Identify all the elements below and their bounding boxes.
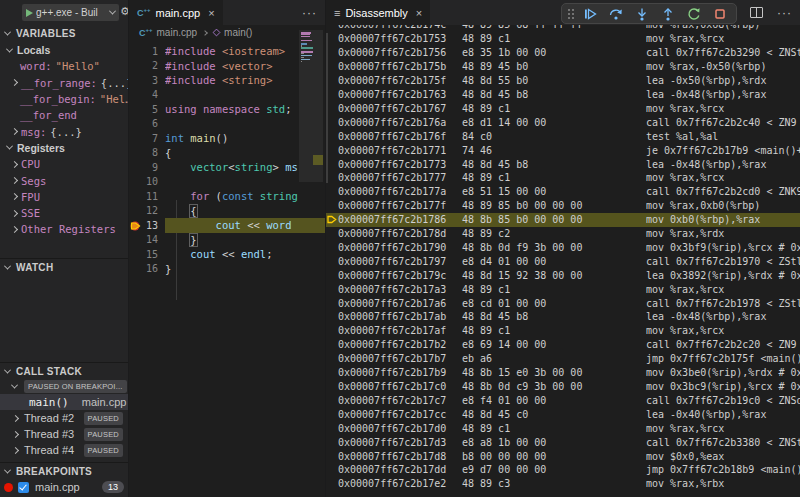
code-line[interactable]: 14 } — [129, 233, 325, 248]
code-line[interactable]: 7int main() — [129, 131, 325, 146]
disasm-row[interactable]: 0x00007ff67c2b17d3e8 a8 1b 00 00call 0x7… — [326, 435, 800, 449]
breakpoints-header[interactable]: BREAKPOINTS — [0, 462, 128, 479]
disasm-row[interactable]: 0x00007ff67c2b179c48 8d 15 92 38 00 00le… — [326, 268, 800, 282]
disasm-row[interactable]: 0x00007ff67c2b1756e8 35 1b 00 00call 0x7… — [326, 46, 800, 60]
disasm-instruction: lea -0x48(%rbp),%rax — [646, 159, 800, 170]
thread-row[interactable]: Thread #3PAUSED — [0, 426, 128, 442]
disasm-row[interactable]: 0x00007ff67c2b1797e8 d4 01 00 00call 0x7… — [326, 254, 800, 268]
editor-more-actions[interactable]: ··· — [302, 6, 317, 20]
disasm-row[interactable]: 0x00007ff67c2b17ab48 8d 45 b8lea -0x48(%… — [326, 310, 800, 324]
disasm-row[interactable]: 0x00007ff67c2b177174 46je 0x7ff67c2b17b9… — [326, 143, 800, 157]
disasm-row[interactable]: 0x00007ff67c2b176f84 c0test %al,%al — [326, 129, 800, 143]
thread-row[interactable]: Thread #4PAUSED — [0, 442, 128, 458]
disasm-row[interactable]: 0x00007ff67c2b17e248 89 c3mov %rax,%rbx — [326, 477, 800, 491]
code-line[interactable]: 9 vector<string> ms — [129, 160, 325, 175]
disasm-row[interactable]: 0x00007ff67c2b17a348 89 c1mov %rax,%rcx — [326, 282, 800, 296]
variable-item[interactable]: msg:{...} — [0, 123, 128, 139]
disasm-row[interactable]: 0x00007ff67c2b17d048 89 c1mov %rax,%rcx — [326, 421, 800, 435]
disasm-row[interactable]: 0x00007ff67c2b17c048 8b 0d c9 3b 00 00mo… — [326, 380, 800, 394]
disasm-row[interactable]: 0x00007ff67c2b176ae8 d1 14 00 00call 0x7… — [326, 115, 800, 129]
disasm-instruction: call 0x7ff67c2b19c0 <_ZNSo — [646, 395, 800, 406]
variable-item[interactable]: Other Registers — [0, 221, 128, 237]
breadcrumb[interactable]: C++ main.cpp main() — [129, 25, 325, 40]
thread-row[interactable]: Thread #2PAUSED — [0, 410, 128, 426]
main-thread-row[interactable]: PAUSED ON BREAKPOI... — [0, 379, 128, 394]
continue-button[interactable] — [578, 4, 602, 23]
variable-item[interactable]: FPU — [0, 189, 128, 205]
disasm-row[interactable]: 0x00007ff67c2b175b48 89 45 b0mov %rax,-0… — [326, 60, 800, 74]
code-line[interactable]: 15 cout << endl; — [129, 247, 325, 262]
code-line[interactable]: 12 { — [129, 204, 325, 219]
toolbar-drag-handle[interactable] — [566, 4, 576, 23]
code-line[interactable]: 16} — [129, 262, 325, 277]
disasm-row[interactable]: 0x00007ff67c2b177f48 89 85 b0 00 00 00mo… — [326, 199, 800, 213]
gear-icon[interactable]: ⚙ — [120, 5, 128, 18]
debug-launch-dropdown[interactable]: g++.exe - Buil — [22, 4, 119, 21]
code-line[interactable]: 11 for (const string — [129, 189, 325, 204]
disasm-address: 0x00007ff67c2b1797 — [338, 256, 462, 267]
tab-disassembly[interactable]: ≡ Disassembly × — [326, 0, 430, 25]
minimap[interactable] — [299, 28, 323, 188]
editor-tabbar: C++ main.cpp × ··· — [129, 0, 325, 25]
disasm-row[interactable]: 0x00007ff67c2b178d48 89 c2mov %rax,%rdx — [326, 227, 800, 241]
disasm-row[interactable]: 0x00007ff67c2b178648 8b 85 b0 00 00 00mo… — [326, 213, 800, 227]
code-line[interactable]: 5using namespace std; — [129, 102, 325, 117]
disasm-row[interactable]: 0x00007ff67c2b174c48 89 85 68 ff ff ffmo… — [326, 25, 800, 32]
disasm-address: 0x00007ff67c2b178d — [338, 228, 462, 239]
disasm-row[interactable]: 0x00007ff67c2b175348 89 c1mov %rax,%rcx — [326, 32, 800, 46]
disasm-row[interactable]: 0x00007ff67c2b17b7eb a6jmp 0x7ff67c2b175… — [326, 352, 800, 366]
disasm-row[interactable]: 0x00007ff67c2b17cc48 8d 45 c0lea -0x40(%… — [326, 407, 800, 421]
disasm-row[interactable]: 0x00007ff67c2b17d8b8 00 00 00 00mov $0x0… — [326, 449, 800, 463]
variable-item[interactable]: Segs — [0, 172, 128, 188]
variable-item[interactable]: SSE — [0, 205, 128, 221]
stack-frame-main[interactable]: main() main.cpp — [0, 394, 128, 410]
disasm-row[interactable]: 0x00007ff67c2b17b948 8b 15 e0 3b 00 00mo… — [326, 366, 800, 380]
code-line[interactable]: 10 — [129, 175, 325, 190]
disasm-row[interactable]: 0x00007ff67c2b175f48 8d 55 b0lea -0x50(%… — [326, 74, 800, 88]
disasm-row[interactable]: 0x00007ff67c2b17b2e8 69 14 00 00call 0x7… — [326, 338, 800, 352]
disassembly-view[interactable]: 0x00007ff67c2b174c48 89 85 68 ff ff ffmo… — [326, 25, 800, 497]
disasm-row[interactable]: 0x00007ff67c2b176348 8d 45 b8lea -0x48(%… — [326, 88, 800, 102]
step-out-button[interactable] — [656, 4, 680, 23]
variable-item[interactable]: __for_end — [0, 107, 128, 123]
disasm-row[interactable]: 0x00007ff67c2b179048 8b 0d f9 3b 00 00mo… — [326, 241, 800, 255]
close-icon[interactable]: × — [208, 7, 214, 19]
call-stack-header[interactable]: CALL STACK — [0, 362, 128, 379]
code-editor[interactable]: 1#include <iostream>2#include <vector>3#… — [129, 40, 325, 497]
disassembly-more-actions[interactable]: ··· — [777, 6, 792, 20]
stop-button[interactable] — [708, 4, 732, 23]
disasm-row[interactable]: 0x00007ff67c2b177748 89 c1mov %rax,%rcx — [326, 171, 800, 185]
step-over-button[interactable] — [604, 4, 628, 23]
disasm-row[interactable]: 0x00007ff67c2b176748 89 c1mov %rax,%rcx — [326, 101, 800, 115]
code-line[interactable]: 8{ — [129, 146, 325, 161]
disasm-row[interactable]: 0x00007ff67c2b177348 8d 45 b8lea -0x48(%… — [326, 157, 800, 171]
disasm-row[interactable]: 0x00007ff67c2b17af48 89 c1mov %rax,%rcx — [326, 324, 800, 338]
tab-main-cpp[interactable]: C++ main.cpp × — [129, 0, 223, 25]
variables-header[interactable]: VARIABLES — [0, 25, 128, 42]
breakpoint-item[interactable]: main.cpp 13 — [0, 479, 128, 495]
code-line[interactable]: 2#include <vector> — [129, 59, 325, 74]
start-debugging-icon[interactable] — [26, 9, 33, 17]
code-line[interactable]: 1#include <iostream> — [129, 44, 325, 59]
code-line[interactable]: 4 — [129, 88, 325, 103]
step-into-button[interactable] — [630, 4, 654, 23]
variable-item[interactable]: __for_range:{...} — [0, 75, 128, 91]
watch-header[interactable]: WATCH — [0, 258, 128, 275]
code-line[interactable]: 6 — [129, 117, 325, 132]
variables-group[interactable]: Locals — [0, 42, 128, 58]
variable-item[interactable]: word:"Hello" — [0, 58, 128, 74]
disasm-row[interactable]: 0x00007ff67c2b17c7e8 f4 01 00 00call 0x7… — [326, 393, 800, 407]
disasm-row[interactable]: 0x00007ff67c2b17a6e8 cd 01 00 00call 0x7… — [326, 296, 800, 310]
split-editor-icon[interactable] — [750, 7, 763, 18]
disasm-row[interactable]: 0x00007ff67c2b177ae8 51 15 00 00call 0x7… — [326, 185, 800, 199]
restart-button[interactable] — [682, 4, 706, 23]
variable-item[interactable]: CPU — [0, 156, 128, 172]
close-icon[interactable]: × — [416, 7, 422, 19]
variable-item[interactable]: __for_begin:"Hel… — [0, 91, 128, 107]
disasm-row[interactable]: 0x00007ff67c2b17dde9 d7 00 00 00jmp 0x7f… — [326, 463, 800, 477]
disasm-bytes: 48 8b 85 b0 00 00 00 — [462, 214, 646, 225]
code-line[interactable]: 3#include <string> — [129, 73, 325, 88]
variables-group[interactable]: Registers — [0, 140, 128, 156]
breakpoint-checkbox[interactable] — [18, 482, 29, 493]
code-line[interactable]: 13 cout << word — [129, 218, 325, 233]
